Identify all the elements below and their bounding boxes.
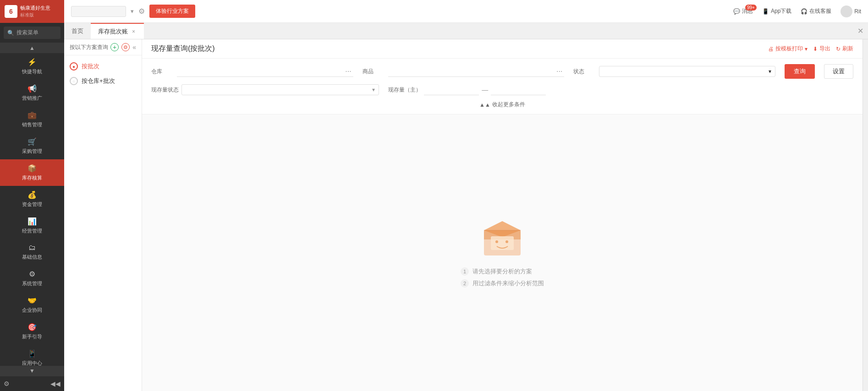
- right-panel: 现存量查询(按批次) 🖨 按模板打印 ▾ ⬇ 导出 ↻ 刷新: [142, 39, 863, 391]
- filter-row-2: 现存量状态 ▾ 现存量（主） —: [151, 84, 853, 95]
- app-version: 标准版: [20, 12, 50, 18]
- product-more-icon[interactable]: ···: [555, 67, 564, 76]
- inventory-status-field: 现存量状态 ▾: [151, 84, 379, 95]
- empty-step-2: 2 用过滤条件来缩小分析范围: [461, 279, 544, 288]
- nav-label-inventory: 库存核算: [22, 174, 42, 181]
- scheme-by-warehouse-batch[interactable]: ○ 按仓库+批次: [64, 74, 142, 88]
- filter-area: 仓库 ··· 商品 ···: [142, 59, 863, 114]
- nav-label-sales: 销售管理: [22, 121, 42, 128]
- sidebar-item-enterprise[interactable]: 🤝 企业协同: [0, 292, 64, 318]
- inventory-qty-field: 现存量（主） —: [388, 85, 616, 95]
- filter-header: 按以下方案查询 + ⚙ «: [64, 39, 142, 55]
- message-icon: 💬: [733, 8, 740, 15]
- inventory-qty-min-input[interactable]: [424, 85, 479, 95]
- sidebar-item-inventory[interactable]: 📦 库存核算: [0, 159, 64, 186]
- nav-icon-enterprise: 🤝: [27, 296, 37, 305]
- nav-label-purchase: 采购管理: [22, 148, 42, 155]
- query-button[interactable]: 查询: [785, 64, 815, 79]
- empty-steps: 1 请先选择要分析的方案 2 用过滤条件来缩小分析范围: [461, 267, 544, 291]
- filter-actions: + ⚙ «: [110, 43, 136, 51]
- sidebar-item-purchase[interactable]: 🛒 采购管理: [0, 133, 64, 159]
- nav-icon-inventory: 📦: [27, 164, 37, 173]
- tab-close-icon[interactable]: ×: [131, 28, 137, 35]
- inventory-qty-label: 现存量（主）: [388, 86, 421, 94]
- nav-label-finance: 资金管理: [22, 201, 42, 208]
- sidebar-footer: ⚙ ◀◀: [0, 376, 64, 391]
- print-button[interactable]: 🖨 按模板打印 ▾: [768, 45, 808, 53]
- add-scheme-button[interactable]: +: [110, 43, 119, 51]
- collapse-up-icon: ▲▲: [479, 102, 490, 108]
- close-panel-button[interactable]: ✕: [857, 27, 863, 35]
- filter-settings-button[interactable]: 设置: [824, 64, 853, 79]
- status-dropdown[interactable]: ▾: [599, 66, 775, 77]
- product-input[interactable]: [388, 66, 555, 76]
- sidebar-title-block: 畅康通好生意 标准版: [20, 5, 50, 18]
- sidebar-item-finance[interactable]: 💰 资金管理: [0, 186, 64, 212]
- tab-bar: 首页 库存批次账 × ✕: [64, 23, 868, 39]
- settings-footer-button[interactable]: ⚙: [4, 380, 10, 387]
- scheme-by-batch-label: 按批次: [82, 62, 99, 71]
- chevron-down-icon[interactable]: ▾: [131, 8, 134, 15]
- scheme-by-warehouse-batch-label: 按仓库+批次: [82, 77, 115, 85]
- filter-row-1: 仓库 ··· 商品 ···: [151, 64, 853, 79]
- scheme-inactive-icon: ○: [70, 77, 78, 85]
- warehouse-label: 仓库: [151, 68, 174, 76]
- collapse-filter-button[interactable]: ▲▲ 收起更多条件: [151, 101, 853, 109]
- nav-icon-finance: 💰: [27, 190, 37, 199]
- online-service-label: 在线客服: [809, 7, 831, 15]
- phone-icon: 📱: [762, 8, 769, 15]
- sidebar-item-newbie[interactable]: 🎯 新手引导: [0, 318, 64, 345]
- scheme-settings-button[interactable]: ⚙: [121, 43, 130, 51]
- collapse-left-button[interactable]: «: [132, 43, 136, 51]
- step-2-number: 2: [461, 279, 469, 288]
- sidebar-item-marketing[interactable]: 📢 营销推广: [0, 80, 64, 106]
- user-profile-button[interactable]: Rit: [841, 5, 861, 17]
- nav-label-newbie: 新手引导: [22, 333, 42, 340]
- message-button[interactable]: 💬 消息 99+: [733, 7, 753, 15]
- scheme-by-batch[interactable]: ● 按批次: [64, 59, 142, 74]
- collapse-sidebar-button[interactable]: ◀◀: [50, 380, 60, 387]
- sidebar-item-quick-nav[interactable]: ⚡ 快捷导航: [0, 53, 64, 80]
- svg-point-4: [495, 240, 498, 243]
- sidebar-item-apps[interactable]: 📱 应用中心: [0, 345, 64, 366]
- nav-label-system: 系统管理: [22, 280, 42, 287]
- nav-icon-operations: 📊: [27, 217, 37, 226]
- warehouse-input[interactable]: [177, 66, 343, 76]
- nav-icon-basic: 🗂: [28, 244, 36, 252]
- experience-button[interactable]: 体验行业方案: [149, 5, 195, 18]
- tab-inventory-batch[interactable]: 库存批次账 ×: [91, 23, 144, 39]
- step-1-text: 请先选择要分析的方案: [472, 267, 532, 276]
- app-download-button[interactable]: 📱 App下载: [762, 7, 791, 15]
- user-name: Rit: [854, 8, 861, 15]
- scroll-up-button[interactable]: ▲: [0, 43, 64, 53]
- tab-home[interactable]: 首页: [64, 23, 91, 39]
- sidebar: 6 畅康通好生意 标准版 🔍 搜索菜单 ▲ ⚡ 快捷导航 📢 营销推广 💼 销售…: [0, 0, 64, 391]
- search-menu-button[interactable]: 🔍 搜索菜单: [4, 27, 60, 39]
- scroll-down-button[interactable]: ▼: [0, 366, 64, 376]
- nav-icon-newbie: 🎯: [27, 323, 37, 331]
- settings-icon[interactable]: ⚙: [138, 7, 145, 16]
- app-download-label: App下载: [771, 7, 791, 15]
- nav-icon-purchase: 🛒: [27, 137, 37, 146]
- refresh-button[interactable]: ↻ 刷新: [836, 45, 853, 53]
- warehouse-input-wrapper: ···: [177, 66, 353, 77]
- sidebar-item-sales[interactable]: 💼 销售管理: [0, 106, 64, 133]
- sidebar-logo: 6: [5, 5, 17, 18]
- sidebar-item-basic[interactable]: 🗂 基础信息: [0, 239, 64, 265]
- sidebar-item-operations[interactable]: 📊 经营管理: [0, 212, 64, 239]
- status-field: 状态 ▾: [573, 66, 775, 77]
- print-dropdown-icon: ▾: [805, 46, 808, 52]
- nav-icon-sales: 💼: [27, 111, 37, 119]
- sidebar-nav: ⚡ 快捷导航 📢 营销推广 💼 销售管理 🛒 采购管理 📦 库存核算 💰 资金管…: [0, 53, 64, 366]
- inventory-status-dropdown[interactable]: ▾: [181, 84, 379, 95]
- user-avatar: [841, 5, 852, 17]
- inventory-qty-max-input[interactable]: [491, 85, 546, 95]
- topbar-search-input[interactable]: [71, 6, 126, 17]
- nav-icon-marketing: 📢: [27, 84, 37, 93]
- sidebar-item-system[interactable]: ⚙ 系统管理: [0, 265, 64, 292]
- export-button[interactable]: ⬇ 导出: [813, 45, 830, 53]
- step-2-text: 用过滤条件来缩小分析范围: [472, 279, 544, 288]
- warehouse-more-icon[interactable]: ···: [343, 67, 353, 76]
- inventory-status-label: 现存量状态: [151, 86, 179, 94]
- online-service-button[interactable]: 🎧 在线客服: [801, 7, 831, 15]
